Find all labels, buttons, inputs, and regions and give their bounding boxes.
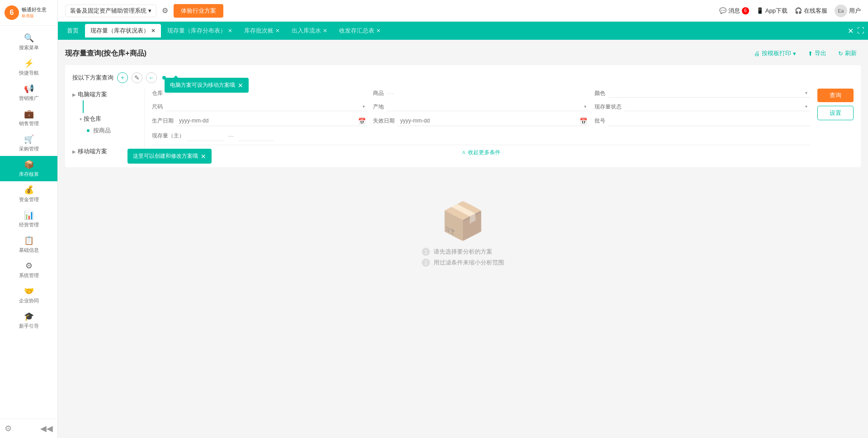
sidebar-item-system[interactable]: ⚙ 系统管理: [0, 257, 57, 283]
empty-hint-1: 1 请先选择要分析的方案: [422, 248, 504, 256]
tab-inout-flow[interactable]: 出入库流水 ✕: [286, 24, 333, 38]
expire-date-calendar-icon: 📅: [580, 118, 587, 125]
sidebar-nav: 🔍 搜索菜单 ⚡ 快捷导航 📢 营销推广 💼 销售管理 🛒 采购管理 📦 库存核…: [0, 26, 57, 419]
tab-close-4[interactable]: ✕: [323, 28, 327, 34]
arrow-scheme-btn[interactable]: ←: [146, 72, 157, 83]
goods-dots: ···: [387, 89, 395, 97]
tab-bar-end: ✕ ⛶: [848, 27, 864, 35]
message-action[interactable]: 💬 消息 6: [719, 7, 749, 15]
prod-date-calendar-icon: 📅: [358, 118, 366, 125]
export-btn[interactable]: ⬆ 导出: [804, 47, 830, 60]
set-button[interactable]: 设置: [817, 106, 854, 120]
tab-inventory-status[interactable]: 现存量（库存状况表） ✕: [85, 24, 161, 38]
tab-inventory-dist[interactable]: 现存量（库存分布表） ✕: [162, 24, 238, 38]
filter-size: 尺码 ▾: [152, 102, 368, 111]
system-icon: ⚙: [25, 261, 33, 271]
sidebar-item-basic[interactable]: 📋 基础信息: [0, 232, 57, 257]
stock-status-select[interactable]: ▾: [624, 102, 810, 111]
online-support-action[interactable]: 🎧 在线客服: [795, 7, 827, 15]
scheme-goods[interactable]: 按商品: [72, 125, 139, 137]
phone-icon: 📱: [756, 7, 764, 14]
user-action[interactable]: Ea 用户: [835, 5, 861, 17]
tooltip1-close[interactable]: ✕: [238, 82, 243, 89]
stock-status-dropdown-icon: ▾: [805, 104, 807, 109]
sidebar-item-cooperation[interactable]: 🤝 企业协同: [0, 283, 57, 308]
color-select[interactable]: ▾: [608, 89, 810, 98]
tab-close-3[interactable]: ✕: [275, 28, 280, 34]
tooltip2-close[interactable]: ✕: [201, 153, 206, 160]
finance-icon: 💰: [24, 185, 34, 195]
stock-max-input[interactable]: [238, 131, 274, 141]
empty-hint-2: 2 用过滤条件来缩小分析范围: [422, 259, 504, 267]
message-icon: 💬: [719, 7, 726, 14]
scheme-warehouse[interactable]: ▾ 按仓库: [72, 113, 139, 125]
batch-input[interactable]: [608, 116, 810, 126]
dropdown-arrow-icon: ▾: [148, 7, 151, 14]
tooltip-scheme-hint: 电脑方案可设为移动方案哦 ✕: [165, 78, 249, 93]
hint-num-1: 1: [422, 248, 430, 256]
filter-row-1: 仓库 ··· 商品 ··· 颜色 ▾: [152, 89, 810, 98]
sidebar-bottom: ⚙ ◀◀: [0, 419, 57, 438]
quicknav-icon: ⚡: [24, 58, 34, 68]
sidebar-logo: 6 畅通好生意 标准版: [0, 0, 57, 26]
sidebar-item-sales[interactable]: 💼 销售管理: [0, 105, 57, 131]
tab-summary[interactable]: 收发存汇总表 ✕: [334, 24, 386, 38]
system-selector[interactable]: 装备及固定资产辅助管理系统 ▾: [65, 5, 156, 17]
empty-state: 📦 1 请先选择要分析的方案 2 用过滤条件来缩小分析范围: [65, 173, 861, 294]
cooperation-icon: 🤝: [24, 286, 34, 296]
logo-text: 畅通好生意: [22, 6, 47, 13]
stock-min-input[interactable]: [187, 131, 223, 141]
scheme-mobile-arrow: ▶: [72, 149, 76, 154]
export-icon: ⬆: [808, 50, 813, 57]
scheme-pc-arrow: ▶: [72, 92, 76, 97]
tab-close-2[interactable]: ✕: [228, 28, 232, 34]
tab-close-1[interactable]: ✕: [151, 28, 156, 34]
scheme-pc[interactable]: ▶ 电脑端方案: [72, 89, 139, 100]
print-template-btn[interactable]: 🖨 按模板打印 ▾: [750, 47, 800, 60]
filter-origin: 产地 ▾: [373, 102, 589, 111]
page-title: 现存量查询(按仓库+商品): [65, 49, 146, 58]
logo-badge: 标准版: [22, 13, 47, 19]
tab-home[interactable]: 首页: [61, 24, 84, 38]
origin-select[interactable]: ▾: [387, 102, 589, 111]
app-download-action[interactable]: 📱 App下载: [756, 7, 788, 15]
content-area: 现存量查询(按仓库+商品) 🖨 按模板打印 ▾ ⬆ 导出 ↻ 刷新: [58, 40, 868, 438]
tab-close-all-icon[interactable]: ✕: [848, 27, 854, 35]
trial-button[interactable]: 体验行业方案: [174, 4, 223, 18]
collapse-sidebar-icon[interactable]: ◀◀: [40, 424, 53, 433]
hint-num-2: 2: [422, 259, 430, 267]
query-button[interactable]: 查询: [817, 89, 854, 102]
tab-close-5[interactable]: ✕: [376, 28, 381, 34]
sidebar-item-purchase[interactable]: 🛒 采购管理: [0, 131, 57, 156]
edit-scheme-btn[interactable]: ✎: [132, 72, 142, 83]
sidebar-item-inventory[interactable]: 📦 库存核算: [0, 156, 57, 181]
filter-row-2: 尺码 ▾ 产地 ▾: [152, 102, 810, 111]
sidebar-item-search[interactable]: 🔍 搜索菜单: [0, 29, 57, 55]
sidebar-item-tutorial[interactable]: 🎓 新手引导: [0, 308, 57, 333]
sidebar-item-marketing[interactable]: 📢 营销推广: [0, 80, 57, 105]
filter-goods: 商品 ···: [373, 89, 589, 98]
sidebar-item-operations[interactable]: 📊 经营管理: [0, 207, 57, 232]
size-select[interactable]: ▾: [165, 102, 368, 111]
sidebar: 6 畅通好生意 标准版 🔍 搜索菜单 ⚡ 快捷导航 📢 营销推广 💼 销售管理 …: [0, 0, 58, 438]
header-settings-icon[interactable]: ⚙: [162, 6, 168, 15]
sales-icon: 💼: [24, 109, 34, 119]
tab-fullscreen-icon[interactable]: ⛶: [857, 27, 864, 35]
sidebar-item-quicknav[interactable]: ⚡ 快捷导航: [0, 55, 57, 80]
size-dropdown-icon: ▾: [363, 104, 365, 109]
empty-illustration: 📦: [440, 200, 486, 242]
prod-date-input[interactable]: 📅: [176, 116, 368, 126]
add-scheme-btn[interactable]: ＋: [117, 72, 128, 83]
expire-date-input[interactable]: 📅: [397, 116, 589, 126]
page-title-bar: 现存量查询(按仓库+商品) 🖨 按模板打印 ▾ ⬆ 导出 ↻ 刷新: [65, 47, 861, 60]
scheme-warehouse-arrow: ▾: [80, 117, 82, 122]
scheme-line: [83, 100, 84, 113]
filter-expire-date: 失效日期 📅: [373, 116, 589, 126]
tab-batch-account[interactable]: 库存批次账 ✕: [239, 24, 285, 38]
logo-icon: 6: [5, 5, 19, 20]
settings-bottom-icon[interactable]: ⚙: [5, 424, 12, 433]
refresh-btn[interactable]: ↻ 刷新: [834, 47, 861, 60]
header-left: 装备及固定资产辅助管理系统 ▾ ⚙ 体验行业方案: [65, 4, 223, 18]
collapse-btn[interactable]: ∧ 收起更多条件: [152, 145, 810, 160]
sidebar-item-finance[interactable]: 💰 资金管理: [0, 181, 57, 207]
